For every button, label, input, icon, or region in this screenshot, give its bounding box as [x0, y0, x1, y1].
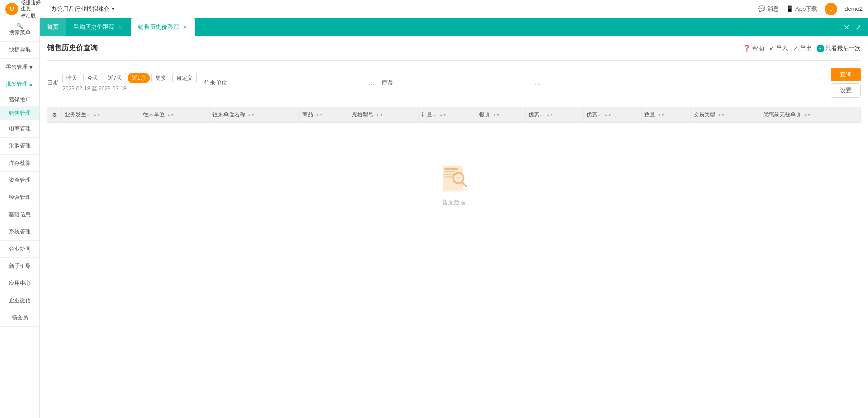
sort-icon-qty: ▲▼ [657, 113, 665, 117]
chevron-down-icon: ▾ [112, 5, 115, 12]
logo-area: U 畅捷通好生意 标准版 [5, 0, 44, 19]
logo-text: 畅捷通好生意 标准版 [21, 0, 44, 19]
product-label: 商品 [382, 79, 394, 87]
username-label[interactable]: demo2 [844, 5, 863, 12]
page-actions: ❓ 帮助 ↙ 导入 ↗ 导出 只看最后一次 [743, 44, 861, 52]
sidebar-item-basic-info[interactable]: 基础信息 [0, 206, 39, 223]
partner-label: 往来单位 [204, 79, 227, 87]
date-btn-yesterday[interactable]: 昨天 [62, 73, 81, 83]
th-biz-date[interactable]: 业务发生... ▲▼ [62, 107, 140, 123]
tab-sales-history[interactable]: 销售历史价跟踪 ✕ [131, 18, 195, 36]
sidebar-item-wechat-work[interactable]: 企业微信 [0, 292, 39, 309]
partner-dots-button[interactable]: ... [368, 79, 374, 87]
sort-icon-pre-tax-price: ▲▼ [804, 113, 811, 117]
date-btn-more[interactable]: 更多 [151, 73, 170, 83]
sort-icon-partner-code: ▲▼ [167, 113, 174, 117]
sidebar-item-retail[interactable]: 零售管理 ▼ [0, 59, 39, 76]
partner-input-group: ... [231, 78, 374, 87]
tab-close-sales[interactable]: ✕ [182, 23, 188, 31]
date-filter-group: 日期 昨天 今天 近7天 近1月 更多 自定义 2023-02-18 至 202… [47, 73, 197, 93]
help-link[interactable]: ❓ 帮助 [743, 44, 764, 52]
date-btn-1month[interactable]: 近1月 [128, 73, 150, 83]
app-selector[interactable]: 办公用品行业模拟账套 ▾ [47, 3, 118, 15]
th-gear[interactable]: ⚙ [47, 107, 62, 123]
only-last-checkbox[interactable] [817, 45, 824, 52]
help-icon: ❓ [743, 45, 750, 52]
divider [47, 60, 861, 61]
tab-purchase-history[interactable]: 采购历史价跟踪 ✕ [66, 18, 131, 36]
avatar[interactable]: U [825, 3, 837, 15]
chevron-down-icon: ▼ [28, 64, 34, 71]
sidebar-item-shortcuts[interactable]: 快捷导航 [0, 42, 39, 59]
im-button[interactable]: 💬 消息 [758, 5, 779, 13]
sidebar-item-ecommerce[interactable]: 电商管理 [0, 120, 39, 138]
sidebar-item-tutorial[interactable]: 新手引导 [0, 258, 39, 275]
sidebar-item-marketing[interactable]: 营销推广 [0, 93, 39, 107]
sort-icon-product: ▲▼ [316, 113, 323, 117]
logo-icon: U [5, 3, 18, 15]
sidebar-item-search[interactable]: 🔍 搜索菜单 [0, 18, 39, 42]
maximize-button[interactable]: ⤢ [853, 21, 863, 33]
chevron-up-icon: ▲ [28, 81, 34, 88]
sort-icon-discount1: ▲▼ [547, 113, 554, 117]
sidebar-item-inventory[interactable]: 库存核算 [0, 155, 39, 172]
settings-button[interactable]: 设置 [831, 83, 861, 98]
th-product[interactable]: 商品 ▲▼ [300, 107, 349, 123]
sort-icon-trade-type: ▲▼ [718, 113, 725, 117]
date-btn-today[interactable]: 今天 [83, 73, 102, 83]
sidebar-item-app-center[interactable]: 应用中心 [0, 275, 39, 292]
svg-rect-9 [456, 177, 461, 178]
table-container: ⚙ 业务发生... ▲▼ 往来单位 ▲▼ [47, 107, 861, 123]
sidebar-item-sales-mgmt[interactable]: 销售管理 [0, 107, 39, 120]
th-partner-code[interactable]: 往来单位 ▲▼ [140, 107, 209, 123]
app-download-button[interactable]: 📱 App下载 [786, 5, 817, 13]
partner-input[interactable] [231, 78, 367, 87]
sidebar-item-wholesale[interactable]: 批发管理 ▲ [0, 76, 39, 93]
main-layout: 🔍 搜索菜单 快捷导航 零售管理 ▼ 批发管理 ▲ 营销推广 销售管理 电商管理… [0, 18, 868, 418]
import-link[interactable]: ↙ 导入 [769, 44, 788, 52]
sidebar-item-system[interactable]: 系统管理 [0, 223, 39, 241]
product-dots-button[interactable]: ... [535, 79, 541, 87]
th-discount2[interactable]: 优惠... ▲▼ [584, 107, 642, 123]
sidebar-item-purchase[interactable]: 采购管理 [0, 138, 39, 155]
date-btn-7days[interactable]: 近7天 [104, 73, 126, 83]
top-bar-left: U 畅捷通好生意 标准版 办公用品行业模拟账套 ▾ [5, 0, 118, 19]
close-tab-button[interactable]: ✕ [842, 21, 851, 33]
only-last-checkbox-label[interactable]: 只看最后一次 [817, 44, 861, 52]
sort-icon-partner-name: ▲▼ [247, 113, 255, 117]
sidebar-item-operations[interactable]: 经营管理 [0, 189, 39, 206]
svg-rect-2 [444, 168, 458, 170]
export-icon: ↗ [793, 45, 798, 52]
svg-rect-10 [456, 179, 459, 180]
sort-icon-spec: ▲▼ [376, 113, 383, 117]
gear-icon[interactable]: ⚙ [52, 112, 57, 118]
th-qty[interactable]: 数量 ▲▼ [642, 107, 691, 123]
th-partner-name[interactable]: 往来单位名称 ▲▼ [210, 107, 300, 123]
th-spec[interactable]: 规格型号 ▲▼ [349, 107, 419, 123]
th-unit[interactable]: 计量... ▲▼ [419, 107, 476, 123]
th-discount1[interactable]: 优惠... ▲▼ [526, 107, 584, 123]
empty-state: 暂无数据 [47, 123, 861, 243]
top-bar-right: 💬 消息 📱 App下载 U demo2 [758, 3, 863, 15]
product-filter-group: 商品 ... [382, 78, 541, 87]
date-btn-custom[interactable]: 自定义 [172, 73, 197, 83]
export-link[interactable]: ↗ 导出 [793, 44, 812, 52]
tab-bar-actions: ✕ ⤢ [836, 21, 868, 33]
query-button[interactable]: 查询 [831, 68, 861, 81]
search-icon: 🔍 [16, 23, 23, 29]
th-price[interactable]: 报价 ▲▼ [476, 107, 526, 123]
tab-home[interactable]: 首页 [40, 18, 66, 36]
sidebar-item-membership[interactable]: 畅会员 [0, 309, 39, 327]
sidebar-item-finance[interactable]: 资金管理 [0, 172, 39, 189]
table-header-row: ⚙ 业务发生... ▲▼ 往来单位 ▲▼ [47, 107, 861, 123]
th-pre-tax-price[interactable]: 优惠前无税单价 ▲▼ [760, 107, 861, 123]
th-trade-type[interactable]: 交易类型 ▲▼ [691, 107, 760, 123]
sort-icon-unit: ▲▼ [439, 113, 447, 117]
date-label: 日期 [47, 79, 59, 87]
date-range: 2023-02-18 至 2023-03-18 [62, 85, 197, 93]
sidebar-item-enterprise-collab[interactable]: 企业协同 [0, 241, 39, 258]
product-input[interactable] [397, 78, 533, 87]
download-icon: 📱 [786, 5, 793, 12]
tab-close-purchase[interactable]: ✕ [117, 23, 123, 31]
svg-rect-3 [444, 171, 455, 173]
